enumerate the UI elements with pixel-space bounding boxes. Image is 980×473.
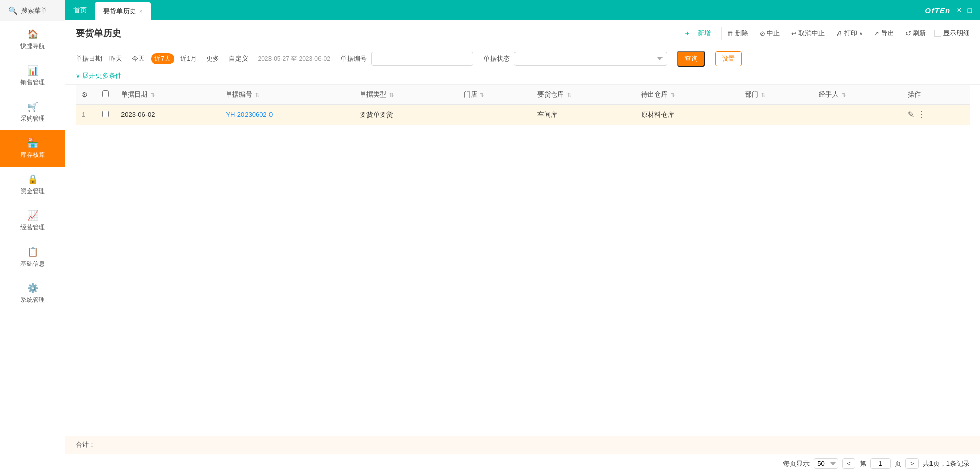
row-ops: ✎ ⋮: [908, 110, 964, 120]
row-more-icon[interactable]: ⋮: [917, 110, 925, 120]
sidebar-item-system[interactable]: ⚙️ 系统管理: [0, 275, 65, 312]
sidebar-item-operation[interactable]: 📈 经营管理: [0, 203, 65, 239]
th-pending-warehouse-sort-icon[interactable]: ⇅: [671, 92, 675, 98]
th-pending-warehouse: 待出仓库 ⇅: [635, 85, 739, 105]
date-option-last7days[interactable]: 近7天: [151, 53, 174, 64]
tab-requisition-history[interactable]: 要货单历史 ×: [95, 2, 151, 20]
page-suffix: 页: [895, 459, 901, 468]
sidebar-search[interactable]: 🔍 搜索菜单: [0, 0, 65, 21]
th-bill-type-label: 单据类型: [360, 90, 386, 98]
home-icon: 🏠: [27, 29, 38, 40]
td-bill-type: 要货单要货: [354, 105, 457, 125]
next-page-button[interactable]: >: [905, 458, 919, 469]
table-header: ⚙ 单据日期 ⇅ 单据编号 ⇅: [76, 85, 970, 105]
td-handler: [813, 105, 901, 125]
page-size-select[interactable]: 50 100 200: [814, 458, 838, 469]
select-all-checkbox[interactable]: [102, 90, 109, 97]
total-label: 合计：: [76, 441, 95, 448]
date-options: 昨天 今天 近7天 近1月 更多 自定义: [106, 53, 252, 64]
th-req-warehouse-label: 要货仓库: [537, 90, 564, 98]
th-department: 部门 ⇅: [739, 85, 813, 105]
status-select[interactable]: [514, 52, 667, 66]
td-bill-no: YH-20230602-0: [219, 105, 354, 125]
bill-no-link[interactable]: YH-20230602-0: [226, 111, 273, 119]
delete-button[interactable]: 🗑 删除: [721, 27, 751, 40]
export-button[interactable]: ↗ 导出: [871, 27, 897, 40]
td-department: [739, 105, 813, 125]
plus-icon: ＋: [684, 29, 691, 38]
cancel-stop-button[interactable]: ↩ 取消中止: [788, 27, 828, 40]
date-option-more[interactable]: 更多: [203, 53, 223, 64]
new-button[interactable]: ＋ + 新增: [681, 27, 714, 40]
sidebar-item-base[interactable]: 📋 基础信息: [0, 239, 65, 275]
sidebar-search-label: 搜索菜单: [21, 6, 47, 15]
th-date-label: 单据日期: [121, 90, 148, 98]
th-bill-type-sort-icon[interactable]: ⇅: [389, 92, 394, 98]
base-icon: 📋: [27, 246, 38, 257]
settings-col-icon[interactable]: ⚙: [82, 91, 88, 99]
sidebar-item-label: 经营管理: [20, 223, 45, 232]
prev-page-button[interactable]: <: [842, 458, 855, 469]
tab-close-icon[interactable]: ×: [139, 8, 142, 14]
th-req-warehouse-sort-icon[interactable]: ⇅: [567, 92, 571, 98]
sidebar-item-purchase[interactable]: 🛒 采购管理: [0, 94, 65, 130]
tab-requisition-label: 要货单历史: [103, 7, 136, 16]
th-date-sort-icon[interactable]: ⇅: [151, 92, 155, 98]
stop-icon: ⊘: [760, 30, 765, 37]
sidebar-item-label: 采购管理: [20, 114, 45, 123]
date-option-custom[interactable]: 自定义: [226, 53, 252, 64]
date-option-last1month[interactable]: 近1月: [177, 53, 200, 64]
th-bill-no-sort-icon[interactable]: ⇅: [255, 92, 259, 98]
print-button[interactable]: 🖨 打印 ∨: [833, 27, 866, 40]
sidebar-item-home[interactable]: 🏠 快捷导航: [0, 21, 65, 58]
th-settings: ⚙: [76, 85, 96, 105]
th-req-warehouse: 要货仓库 ⇅: [531, 85, 635, 105]
purchase-icon: 🛒: [27, 101, 38, 112]
th-handler-sort-icon[interactable]: ⇅: [842, 92, 846, 98]
system-icon: ⚙️: [27, 282, 38, 294]
cancel-stop-label: 取消中止: [798, 29, 825, 38]
sidebar-item-inventory[interactable]: 🏪 库存核算: [0, 130, 65, 167]
th-handler-label: 经手人: [819, 90, 839, 98]
display-detail-toggle[interactable]: 显示明细: [934, 29, 970, 38]
table-body: 1 2023-06-02 YH-20230602-0 要货单要货 车间库 原材料…: [76, 105, 970, 125]
refresh-label: 刷新: [913, 29, 926, 38]
print-dropdown-icon: ∨: [859, 31, 863, 36]
stop-button[interactable]: ⊘ 中止: [756, 27, 783, 40]
sidebar-item-finance[interactable]: 🔒 资金管理: [0, 167, 65, 203]
expand-more[interactable]: ∨ 展开更多条件: [76, 71, 970, 80]
bill-no-input[interactable]: [371, 52, 473, 66]
refresh-button[interactable]: ↺ 刷新: [902, 27, 929, 40]
sidebar-item-label: 基础信息: [20, 259, 45, 268]
th-checkbox: [96, 85, 115, 105]
topbar: 首页 要货单历史 × OfTEn × □: [65, 0, 980, 20]
td-store: [458, 105, 531, 125]
main-area: 首页 要货单历史 × OfTEn × □ 要货单历史 ＋ + 新增 🗑 删除: [65, 0, 980, 473]
th-store-sort-icon[interactable]: ⇅: [480, 92, 484, 98]
display-detail-checkbox: [934, 30, 941, 37]
settings-button[interactable]: 设置: [715, 51, 742, 66]
td-req-warehouse: 车间库: [531, 105, 635, 125]
row-checkbox[interactable]: [102, 111, 109, 117]
finance-icon: 🔒: [27, 174, 38, 185]
th-bill-no: 单据编号 ⇅: [219, 85, 354, 105]
chevron-down-icon: ∨: [76, 72, 80, 79]
table-area: ⚙ 单据日期 ⇅ 单据编号 ⇅: [65, 85, 980, 436]
date-option-yesterday[interactable]: 昨天: [106, 53, 126, 64]
bill-no-label: 单据编号: [340, 54, 367, 63]
page-header: 要货单历史 ＋ + 新增 🗑 删除 ⊘ 中止 ↩ 取消中止: [65, 20, 980, 44]
sidebar-item-sales[interactable]: 📊 销售管理: [0, 58, 65, 94]
sidebar-item-label: 库存核算: [20, 151, 45, 159]
page-number-input[interactable]: [870, 458, 891, 469]
th-department-sort-icon[interactable]: ⇅: [761, 92, 765, 98]
export-label: 导出: [881, 29, 894, 38]
window-close-button[interactable]: ×: [957, 6, 961, 15]
query-button[interactable]: 查询: [677, 51, 705, 67]
stop-label: 中止: [767, 29, 780, 38]
date-option-today[interactable]: 今天: [129, 53, 148, 64]
row-edit-icon[interactable]: ✎: [908, 110, 914, 120]
new-label: + 新增: [692, 29, 711, 38]
topbar-right: OfTEn × □: [925, 6, 980, 15]
window-maximize-button[interactable]: □: [968, 6, 972, 14]
tab-home[interactable]: 首页: [65, 0, 95, 20]
